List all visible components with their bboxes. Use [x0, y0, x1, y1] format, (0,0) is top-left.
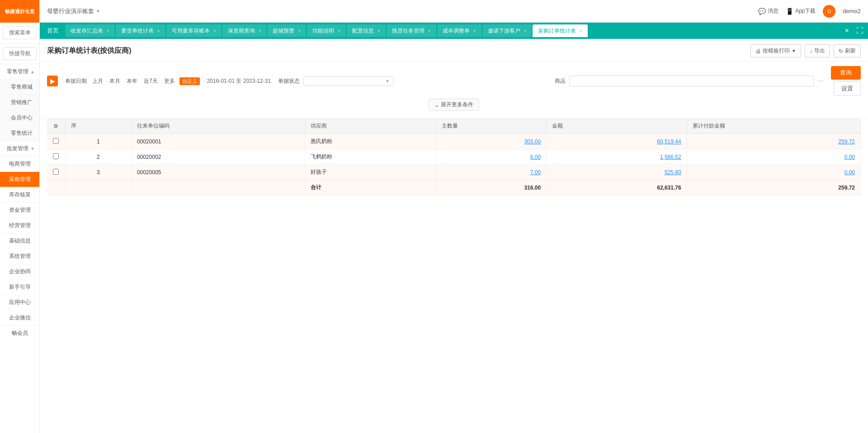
cell-no-2: 2: [65, 149, 132, 165]
filter-goods-input[interactable]: [569, 76, 814, 86]
tab-inventory-close[interactable]: ×: [213, 29, 216, 33]
sidebar-item-purchase[interactable]: 采购管理: [0, 172, 39, 187]
tab-cost-adjust-close[interactable]: ×: [473, 29, 476, 33]
tab-goods-stat-close[interactable]: ×: [157, 29, 160, 33]
sidebar-item-inventory[interactable]: 库存核算: [0, 187, 39, 203]
query-button[interactable]: 查询: [831, 66, 861, 80]
filter-expand-button[interactable]: ⌄ 展开更多条件: [429, 99, 479, 111]
sidebar-item-ecommerce[interactable]: 电商管理: [0, 157, 39, 172]
filter-more-options-button[interactable]: ···: [818, 77, 824, 85]
quick-nav-button[interactable]: 快捷导航: [3, 47, 37, 60]
expand-chevron-icon: ⌄: [434, 102, 439, 108]
tab-feature[interactable]: 功能说明 ×: [307, 24, 346, 37]
search-menu-section[interactable]: 搜索菜单: [0, 23, 39, 43]
user-avatar[interactable]: D: [823, 5, 835, 18]
sidebar-item-retail[interactable]: 零售管理 ▲: [0, 64, 39, 80]
tab-pick-task[interactable]: 拣货任务管理 ×: [387, 24, 436, 37]
tab-feature-close[interactable]: ×: [338, 29, 340, 33]
main-qty-link-2[interactable]: 6.00: [530, 154, 541, 160]
tab-close-all-button[interactable]: ×: [842, 26, 852, 36]
amount-link-2[interactable]: 1,586.52: [660, 154, 681, 160]
shortcut-more[interactable]: 更多: [162, 76, 177, 86]
sidebar-item-wholesale[interactable]: 批发管理 ▼: [0, 141, 39, 157]
row-checkbox-2[interactable]: [53, 153, 59, 159]
sidebar-item-vip[interactable]: 畅会员: [0, 326, 39, 341]
filter-status-select[interactable]: ▼: [303, 76, 394, 86]
row-checkbox-3[interactable]: [53, 169, 59, 175]
cell-checkbox-3[interactable]: [47, 165, 65, 180]
main-qty-link-1[interactable]: 303.00: [524, 138, 541, 145]
tab-warranty-close[interactable]: ×: [259, 29, 261, 33]
tab-inventory[interactable]: 可用量库存账本 ×: [166, 24, 222, 37]
tab-purchase-stat-close[interactable]: ×: [580, 29, 582, 33]
shortcut-last-month[interactable]: 上月: [90, 76, 105, 86]
main-qty-link-3[interactable]: 7.00: [530, 169, 541, 176]
message-button[interactable]: 💬 消息: [758, 7, 778, 15]
search-menu-button[interactable]: 搜索菜单: [3, 26, 37, 39]
cell-checkbox-1[interactable]: [47, 134, 65, 149]
tab-overstock-close[interactable]: ×: [298, 29, 301, 33]
sidebar-item-ecommerce-label: 电商管理: [5, 160, 35, 168]
sidebar-item-marketing[interactable]: 营销推广: [0, 95, 39, 110]
table-row: 2 00020002 飞鹤奶粉 6.00 1,586.52 0.00: [47, 149, 861, 165]
account-dropdown[interactable]: 母婴行业演示账套 ▼: [47, 7, 100, 15]
sidebar-item-retail-stat[interactable]: 零售统计: [0, 126, 39, 141]
sidebar-item-marketing-label: 营销推广: [8, 99, 35, 106]
avatar-initial: D: [827, 9, 831, 14]
paid-amount-link-3[interactable]: 0.00: [844, 169, 855, 176]
cell-unit-code-1: 00020001: [132, 134, 305, 149]
quick-nav-section[interactable]: 快捷导航: [0, 43, 39, 64]
amount-link-1[interactable]: 60,519.44: [657, 138, 681, 145]
sidebar-item-system[interactable]: 系统管理: [0, 249, 39, 264]
print-button[interactable]: 🖨 按模板打印 ▼: [750, 44, 801, 57]
export-icon: ↓: [810, 48, 812, 54]
th-supplier: 供应商: [305, 119, 436, 134]
sidebar-item-app-center[interactable]: 应用中心: [0, 295, 39, 310]
export-button[interactable]: ↓ 导出: [805, 44, 830, 57]
sidebar-item-finance[interactable]: 资金管理: [0, 203, 39, 218]
footer-paid-amount: 259.72: [687, 180, 860, 195]
paid-amount-link-2[interactable]: 0.00: [844, 154, 855, 160]
filter-goods-label: 商品: [555, 77, 566, 85]
tab-receive-close[interactable]: ×: [107, 29, 109, 33]
sidebar-item-enterprise[interactable]: 企业协同: [0, 264, 39, 280]
row-checkbox-1[interactable]: [53, 138, 59, 144]
shortcut-7days[interactable]: 近7天: [142, 76, 160, 86]
tab-pick-task-label: 拣货任务管理: [392, 27, 425, 35]
sidebar-item-operations-label: 经营管理: [5, 222, 35, 229]
sidebar-item-retail-shop[interactable]: 零售商城: [0, 80, 39, 95]
custom-date-badge[interactable]: 自定义: [179, 77, 200, 85]
sidebar-item-wechat[interactable]: 企业微信: [0, 310, 39, 326]
cell-checkbox-2[interactable]: [47, 149, 65, 165]
filter-toggle-button[interactable]: ▶: [47, 76, 58, 86]
app-download-button[interactable]: 📱 App下载: [786, 7, 816, 15]
tab-home[interactable]: 首页: [42, 24, 64, 37]
sidebar-item-member[interactable]: 会员中心: [0, 110, 39, 126]
settings-button[interactable]: 设置: [834, 81, 861, 96]
tab-pick-task-close[interactable]: ×: [428, 29, 431, 33]
tab-goods-stat[interactable]: 要货单统计表 ×: [116, 24, 165, 37]
filter-expand-section: ⌄ 展开更多条件: [47, 96, 861, 114]
shortcut-this-month[interactable]: 本月: [108, 76, 122, 86]
tab-receive[interactable]: 收发存汇总表 ×: [65, 24, 115, 37]
amount-link-3[interactable]: 525.80: [665, 169, 681, 176]
tab-config[interactable]: 配置信息 ×: [347, 24, 386, 37]
th-main-qty: 主数量: [436, 119, 546, 134]
sidebar-item-basic[interactable]: 基础信息: [0, 233, 39, 249]
tab-invite[interactable]: 邀请下游客户 ×: [482, 24, 532, 37]
shortcut-this-year[interactable]: 本年: [125, 76, 139, 86]
paid-amount-link-1[interactable]: 259.72: [838, 138, 855, 145]
sidebar-item-member-label: 会员中心: [8, 114, 35, 122]
sidebar-item-operations[interactable]: 经营管理: [0, 218, 39, 233]
sidebar-item-newbie[interactable]: 新手引导: [0, 280, 39, 295]
tab-warranty[interactable]: 保质期查询 ×: [222, 24, 267, 37]
tab-maximize-button[interactable]: ⛶: [854, 26, 866, 36]
tab-overstock[interactable]: 超储预警 ×: [267, 24, 306, 37]
tab-invite-close[interactable]: ×: [524, 29, 527, 33]
tab-cost-adjust[interactable]: 成本调整单 ×: [437, 24, 481, 37]
th-settings[interactable]: ⚙: [47, 119, 65, 134]
tab-config-close[interactable]: ×: [377, 29, 380, 33]
username-label[interactable]: demo2: [843, 8, 861, 14]
tab-purchase-stat[interactable]: 采购订单统计表 ×: [533, 24, 588, 37]
refresh-button[interactable]: ↻ 刷新: [834, 44, 861, 57]
